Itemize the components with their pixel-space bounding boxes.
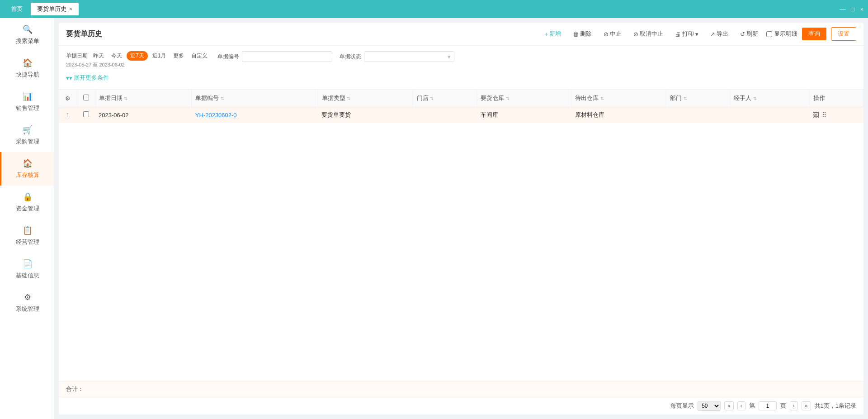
tab-home[interactable]: 首页 bbox=[5, 3, 29, 15]
page-next-btn[interactable]: › bbox=[790, 401, 798, 410]
show-detail-checkbox[interactable] bbox=[766, 31, 772, 37]
sidebar-item-system[interactable]: ⚙ 系统管理 bbox=[0, 286, 54, 319]
finance-icon: 🔒 bbox=[23, 192, 33, 202]
stop-button[interactable]: ⊘ 中止 bbox=[600, 28, 625, 40]
header-actions: + 新增 🗑 删除 ⊘ 中止 ⊘ 取消中止 bbox=[541, 27, 856, 41]
window-actions: — □ × bbox=[840, 6, 863, 13]
page-first-btn[interactable]: « bbox=[724, 401, 734, 410]
tab-history[interactable]: 要货单历史 × bbox=[31, 3, 79, 15]
expand-conditions-btn[interactable]: ▾▾ 展开更多条件 bbox=[66, 72, 856, 84]
col-reqwarehouse[interactable]: 要货仓库 bbox=[477, 90, 571, 107]
col-store[interactable]: 门店 bbox=[413, 90, 477, 107]
window-minimize-btn[interactable]: — bbox=[840, 6, 846, 13]
search-icon: 🔍 bbox=[23, 24, 33, 34]
col-dept[interactable]: 部门 bbox=[666, 90, 730, 107]
sidebar-item-finance[interactable]: 🔒 资金管理 bbox=[0, 186, 54, 219]
sidebar-item-system-label: 系统管理 bbox=[16, 305, 39, 313]
sidebar-item-shortcut-label: 快捷导航 bbox=[16, 71, 39, 79]
main-layout: 🔍 搜索菜单 🏠 快捷导航 📊 销售管理 🛒 采购管理 🏠 库存核算 🔒 资金管… bbox=[0, 18, 868, 419]
stop-icon: ⊘ bbox=[604, 31, 609, 38]
col-docno-label: 单据编号 bbox=[195, 95, 219, 101]
basic-icon: 📄 bbox=[23, 259, 33, 269]
sidebar-item-search[interactable]: 🔍 搜索菜单 bbox=[0, 18, 54, 52]
new-label: 新增 bbox=[549, 30, 561, 38]
col-handler-label: 经手人 bbox=[734, 95, 751, 101]
close-tab-icon[interactable]: × bbox=[69, 6, 72, 12]
sidebar-item-inventory[interactable]: 🏠 库存核算 bbox=[0, 152, 54, 186]
operation-icons: 🖼 ⠿ bbox=[813, 111, 859, 119]
cell-store bbox=[413, 107, 477, 123]
date-more-btn[interactable]: 更多 bbox=[170, 51, 187, 61]
show-detail-checkbox-label: 显示明细 bbox=[766, 30, 797, 38]
row-checkbox[interactable] bbox=[83, 111, 89, 117]
delete-icon: 🗑 bbox=[573, 31, 579, 38]
page-input[interactable] bbox=[759, 401, 777, 410]
select-all-checkbox[interactable] bbox=[83, 95, 89, 100]
page-size-label: 每页显示 bbox=[670, 402, 694, 410]
col-docno[interactable]: 单据编号 bbox=[192, 90, 318, 107]
status-filter: 单据状态 ▾ bbox=[340, 51, 454, 62]
page-prev-btn[interactable]: ‹ bbox=[737, 401, 745, 410]
date-custom-btn[interactable]: 自定义 bbox=[189, 51, 210, 61]
settings-button[interactable]: 设置 bbox=[831, 27, 856, 41]
export-button[interactable]: ↗ 导出 bbox=[707, 28, 732, 40]
expand-row: ▾▾ 展开更多条件 bbox=[66, 72, 856, 84]
page-last-btn[interactable]: » bbox=[802, 401, 811, 410]
col-handler[interactable]: 经手人 bbox=[730, 90, 809, 107]
col-date[interactable]: 单据日期 bbox=[95, 90, 192, 107]
tab-history-label: 要货单历史 bbox=[37, 5, 66, 13]
query-button[interactable]: 查询 bbox=[802, 28, 826, 40]
pagination-bar: 每页显示 50 10 20 100 « ‹ 第 页 › » 共1页，1条记录 bbox=[59, 397, 863, 414]
total-label: 合计： bbox=[66, 386, 84, 392]
status-select[interactable] bbox=[364, 51, 454, 62]
refresh-button[interactable]: ↺ 刷新 bbox=[736, 28, 762, 40]
export-label: 导出 bbox=[717, 30, 728, 38]
cell-check bbox=[77, 107, 95, 123]
col-doctype-label: 单据类型 bbox=[322, 95, 345, 101]
view-op-icon[interactable]: 🖼 bbox=[813, 111, 819, 119]
doc-no-input[interactable] bbox=[242, 51, 332, 62]
col-settings[interactable]: ⚙ bbox=[59, 90, 77, 107]
date-filter-group: 单据日期 昨天 今天 近7天 近1月 更多 自定义 202 bbox=[66, 51, 210, 68]
status-label: 单据状态 bbox=[340, 53, 361, 61]
column-settings-icon[interactable]: ⚙ bbox=[65, 95, 71, 102]
date-month1-btn[interactable]: 近1月 bbox=[150, 51, 169, 61]
delete-label: 删除 bbox=[580, 30, 592, 38]
sidebar: 🔍 搜索菜单 🏠 快捷导航 📊 销售管理 🛒 采购管理 🏠 库存核算 🔒 资金管… bbox=[0, 18, 54, 419]
window-maximize-btn[interactable]: □ bbox=[851, 6, 855, 13]
operation-icon: 📋 bbox=[23, 225, 33, 235]
new-button[interactable]: + 新增 bbox=[541, 28, 565, 40]
sidebar-item-basic[interactable]: 📄 基础信息 bbox=[0, 252, 54, 286]
table-footer: 合计： bbox=[59, 381, 863, 397]
doc-no-label: 单据编号 bbox=[217, 53, 239, 61]
tab-list: 首页 要货单历史 × bbox=[5, 3, 840, 15]
cancel-stop-button[interactable]: ⊘ 取消中止 bbox=[630, 28, 667, 40]
filter-row-1: 单据日期 昨天 今天 近7天 近1月 更多 自定义 202 bbox=[66, 51, 856, 68]
window-close-btn[interactable]: × bbox=[860, 6, 863, 13]
sidebar-item-shortcut[interactable]: 🏠 快捷导航 bbox=[0, 52, 54, 85]
sidebar-item-sales[interactable]: 📊 销售管理 bbox=[0, 85, 54, 119]
cell-waitwarehouse: 原材料仓库 bbox=[571, 107, 666, 123]
print-button[interactable]: 🖨 打印 ▾ bbox=[671, 28, 702, 40]
delete-button[interactable]: 🗑 删除 bbox=[569, 28, 595, 40]
date-yesterday-btn[interactable]: 昨天 bbox=[90, 51, 107, 61]
page-size-select[interactable]: 50 10 20 100 bbox=[698, 401, 721, 411]
date-shortcuts: 昨天 今天 近7天 近1月 更多 自定义 bbox=[90, 51, 210, 61]
new-icon: + bbox=[544, 31, 548, 38]
col-dept-label: 部门 bbox=[670, 95, 682, 101]
table-header-row: ⚙ 单据日期 单据编号 单据类 bbox=[59, 90, 863, 107]
date-today-btn[interactable]: 今天 bbox=[108, 51, 125, 61]
page-title: 要货单历史 bbox=[66, 29, 102, 39]
col-doctype[interactable]: 单据类型 bbox=[318, 90, 413, 107]
doc-no-link[interactable]: YH-20230602-0 bbox=[195, 112, 237, 119]
date-week7-btn[interactable]: 近7天 bbox=[127, 51, 148, 61]
more-op-icon[interactable]: ⠿ bbox=[822, 111, 826, 119]
export-icon: ↗ bbox=[710, 31, 715, 38]
table-wrapper[interactable]: ⚙ 单据日期 单据编号 单据类 bbox=[59, 90, 863, 381]
sidebar-item-operation[interactable]: 📋 经营管理 bbox=[0, 219, 54, 252]
top-bar: 首页 要货单历史 × — □ × bbox=[0, 0, 868, 18]
inventory-icon: 🏠 bbox=[23, 158, 33, 168]
sidebar-item-purchase[interactable]: 🛒 采购管理 bbox=[0, 119, 54, 152]
col-waitwarehouse[interactable]: 待出仓库 bbox=[571, 90, 666, 107]
system-icon: ⚙ bbox=[24, 292, 31, 302]
